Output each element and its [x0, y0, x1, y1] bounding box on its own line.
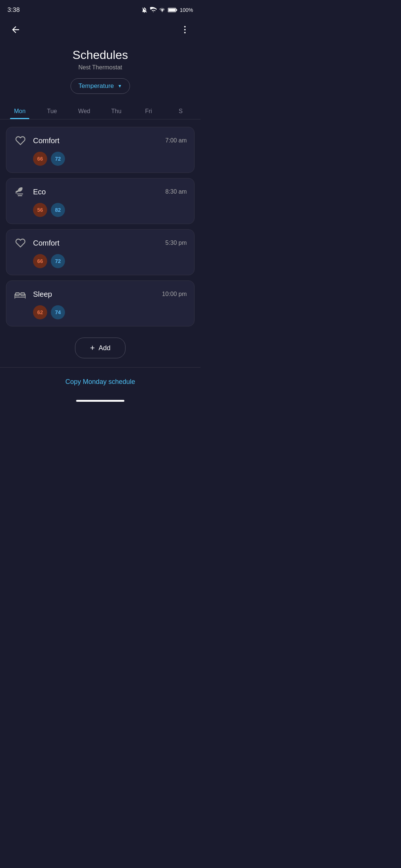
eco-icon — [14, 185, 27, 198]
schedule-name-comfort-morning: Comfort — [33, 137, 59, 145]
schedule-name-sleep: Sleep — [33, 290, 52, 299]
schedule-name-eco: Eco — [33, 188, 46, 196]
home-indicator — [76, 400, 124, 402]
copy-schedule-label: Copy Monday schedule — [65, 378, 135, 385]
card-left-eco: Eco — [14, 185, 46, 198]
tab-fri-label: Fri — [145, 108, 152, 114]
cool-temp-sleep: 74 — [51, 305, 65, 319]
heart-icon — [14, 134, 27, 147]
dropdown-arrow-icon: ▼ — [118, 83, 122, 89]
sleep-icon — [14, 287, 27, 301]
dot3 — [184, 32, 186, 33]
dot2 — [184, 29, 186, 30]
header: Schedules Nest Thermostat Temperature ▼ — [0, 41, 200, 103]
heat-temp-sleep: 62 — [33, 305, 47, 319]
schedule-time-sleep: 10:00 pm — [162, 291, 187, 297]
card-left-sleep: Sleep — [14, 287, 52, 301]
tab-mon[interactable]: Mon — [4, 103, 36, 119]
add-schedule-button[interactable]: + Add — [75, 338, 126, 358]
tab-mon-label: Mon — [14, 108, 26, 114]
card-temps-eco: 56 82 — [14, 203, 187, 217]
signal-icon — [159, 7, 166, 13]
tab-wed-label: Wed — [78, 108, 90, 114]
back-button[interactable] — [7, 22, 24, 38]
tab-fri[interactable]: Fri — [133, 103, 165, 119]
card-temps-sleep: 62 74 — [14, 305, 187, 319]
day-tabs: Mon Tue Wed Thu Fri S — [0, 103, 200, 119]
add-label: Add — [98, 344, 110, 352]
card-left-comfort-evening: Comfort — [14, 236, 59, 250]
status-bar: 3:38 100% — [0, 0, 200, 19]
heat-temp-comfort-morning: 66 — [33, 152, 47, 166]
tab-wed[interactable]: Wed — [68, 103, 100, 119]
battery-icon — [168, 7, 177, 13]
tab-sat-label: S — [179, 108, 183, 114]
status-time: 3:38 — [7, 6, 20, 14]
card-top-comfort-evening: Comfort 5:30 pm — [14, 236, 187, 250]
heart-outline-icon — [14, 236, 27, 250]
card-top: Comfort 7:00 am — [14, 134, 187, 147]
schedule-time-comfort-evening: 5:30 pm — [165, 240, 187, 246]
device-name: Nest Thermostat — [7, 64, 193, 71]
svg-rect-2 — [169, 9, 176, 11]
schedule-card-comfort-evening[interactable]: Comfort 5:30 pm 66 72 — [6, 229, 195, 275]
schedule-time-eco: 8:30 am — [165, 188, 187, 195]
svg-rect-1 — [176, 9, 177, 11]
cool-temp-comfort-morning: 72 — [51, 152, 65, 166]
schedule-card-sleep[interactable]: Sleep 10:00 pm 62 74 — [6, 280, 195, 326]
card-top-eco: Eco 8:30 am — [14, 185, 187, 198]
status-icons: 100% — [141, 7, 193, 13]
wifi-icon — [150, 7, 157, 13]
add-plus-icon: + — [90, 343, 95, 353]
heat-temp-eco: 56 — [33, 203, 47, 217]
page-title: Schedules — [7, 48, 193, 62]
tab-tue[interactable]: Tue — [36, 103, 68, 119]
mute-icon — [141, 7, 148, 13]
copy-schedule-button[interactable]: Copy Monday schedule — [65, 378, 135, 386]
schedule-name-comfort-evening: Comfort — [33, 239, 59, 247]
schedule-list: Comfort 7:00 am 66 72 Eco 8:30 am 56 82 — [0, 119, 200, 334]
more-options-button[interactable] — [177, 22, 193, 38]
add-section: + Add — [0, 334, 200, 367]
dot1 — [184, 26, 186, 27]
schedule-card-eco[interactable]: Eco 8:30 am 56 82 — [6, 178, 195, 224]
tab-thu[interactable]: Thu — [100, 103, 133, 119]
bottom-indicator — [0, 396, 200, 408]
card-left: Comfort — [14, 134, 59, 147]
tab-thu-label: Thu — [111, 108, 122, 114]
top-nav — [0, 19, 200, 41]
battery-percent: 100% — [180, 7, 193, 13]
schedule-card-comfort-morning[interactable]: Comfort 7:00 am 66 72 — [6, 127, 195, 173]
cool-temp-comfort-evening: 72 — [51, 254, 65, 268]
temperature-dropdown[interactable]: Temperature ▼ — [71, 78, 130, 94]
card-temps-comfort-morning: 66 72 — [14, 152, 187, 166]
schedule-time-comfort-morning: 7:00 am — [165, 137, 187, 144]
cool-temp-eco: 82 — [51, 203, 65, 217]
tab-tue-label: Tue — [47, 108, 57, 114]
heat-temp-comfort-evening: 66 — [33, 254, 47, 268]
copy-section: Copy Monday schedule — [0, 368, 200, 396]
dropdown-label: Temperature — [78, 82, 114, 90]
tab-sat[interactable]: S — [164, 103, 197, 119]
card-top-sleep: Sleep 10:00 pm — [14, 287, 187, 301]
card-temps-comfort-evening: 66 72 — [14, 254, 187, 268]
